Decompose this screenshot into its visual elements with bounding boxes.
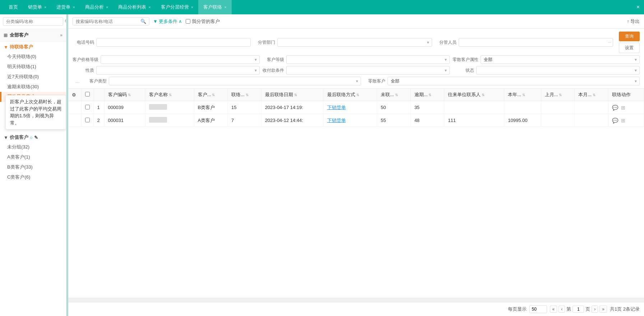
gender-select-wrap: ▼	[96, 66, 260, 75]
person-select-wrap: ···	[459, 38, 613, 47]
more-icon[interactable]: ...	[73, 79, 82, 84]
nav-product-analysis[interactable]: 商品分析 ×	[80, 0, 113, 14]
nav-sales-order[interactable]: 销货单 ×	[23, 0, 51, 14]
row2-select-checkbox[interactable]	[85, 118, 90, 122]
nav-sales-order-close[interactable]: ×	[44, 5, 46, 9]
row1-name[interactable]	[145, 101, 194, 114]
row2-grid-icon[interactable]: ⊞	[621, 118, 625, 123]
horizontal-scrollbar[interactable]	[68, 298, 644, 302]
my-customers-checkbox[interactable]	[186, 19, 190, 24]
sidebar-item-overdue-pending[interactable]: 逾期未联络(30)	[0, 82, 66, 92]
nav-purchase-order[interactable]: 进货单 ×	[51, 0, 80, 14]
sidebar-item-class-c[interactable]: C类客户(6)	[0, 172, 66, 182]
value-group-edit-icon[interactable]: ✎	[34, 135, 38, 140]
col-this-month[interactable]: 本月...⇅	[575, 89, 608, 101]
search-input[interactable]	[76, 19, 140, 24]
col-name[interactable]: 客户名称⇅	[145, 89, 194, 101]
sidebar-item-ungrouped[interactable]: 未分组(32)	[0, 142, 66, 152]
nav-product-analysis-list-close[interactable]: ×	[148, 5, 150, 9]
row2-chat-icon[interactable]: 💬	[612, 118, 618, 123]
my-customers-checkbox-area[interactable]: 我分管的客户	[186, 18, 220, 25]
sidebar-search-input[interactable]	[3, 17, 63, 26]
col-uncontacted-sort-icon[interactable]: ⇅	[395, 93, 398, 97]
pending-group-label: ▼ 待联络客户	[0, 42, 66, 52]
nav-customer-segmentation-close[interactable]: ×	[191, 5, 193, 9]
col-contact-count[interactable]: 联络...⇅	[228, 89, 261, 101]
col-date-sort-icon[interactable]: ⇅	[294, 93, 297, 97]
col-year-sort-icon[interactable]: ⇅	[522, 93, 525, 97]
action-buttons: 查询 设置	[619, 32, 640, 53]
first-page-button[interactable]: «	[550, 306, 557, 313]
col-unit-contacts[interactable]: 往来单位联系人⇅	[444, 89, 504, 101]
page-number-input[interactable]	[573, 306, 584, 313]
col-code-sort-icon[interactable]: ⇅	[128, 93, 131, 97]
nav-customer-contact[interactable]: 客户联络 ×	[198, 0, 231, 14]
col-method-sort-icon[interactable]: ⇅	[356, 93, 359, 97]
nav-customer-segmentation[interactable]: 客户分层经营 ×	[156, 0, 198, 14]
col-overdue-sort-icon[interactable]: ⇅	[428, 93, 431, 97]
sidebar-expand-btn[interactable]: »	[60, 33, 62, 38]
select-all-checkbox[interactable]	[85, 92, 90, 96]
payment-select[interactable]	[286, 66, 450, 75]
prev-page-button[interactable]: ‹	[559, 306, 565, 313]
customer-level-select-wrap: ▼	[286, 55, 450, 64]
customer-level-select[interactable]	[286, 55, 450, 64]
col-lmonth-sort-icon[interactable]: ⇅	[559, 93, 562, 97]
col-customer-type[interactable]: 客户...⇅	[194, 89, 228, 101]
nav-purchase-order-close[interactable]: ×	[73, 5, 75, 9]
customer-type-select[interactable]	[109, 77, 361, 85]
export-button[interactable]: ↑ 导出	[627, 18, 640, 25]
col-last-date[interactable]: 最后联络日期⇅	[261, 89, 323, 101]
col-this-year[interactable]: 本年...⇅	[504, 89, 541, 101]
sidebar-item-7days-pending[interactable]: 近7天待联络(0)	[0, 72, 66, 82]
col-contact-sort-icon[interactable]: ⇅	[246, 93, 249, 97]
nav-home[interactable]: 首页	[4, 0, 23, 14]
person-more-icon[interactable]: ···	[608, 41, 611, 44]
last-page-button[interactable]: »	[599, 306, 607, 313]
phone-input[interactable]	[96, 38, 251, 47]
retail-customer-select[interactable]: 全部	[388, 77, 640, 85]
status-select[interactable]	[476, 66, 640, 75]
nav-product-analysis-close[interactable]: ×	[106, 5, 108, 9]
price-level-select[interactable]	[101, 55, 260, 64]
sidebar-item-tomorrow-pending[interactable]: 明天待联络(1)	[0, 62, 66, 72]
gender-select[interactable]	[96, 66, 260, 75]
person-input[interactable]	[459, 38, 613, 47]
all-customers-collapse-icon[interactable]: ⊞	[4, 33, 8, 38]
col-settings[interactable]: ⚙	[68, 89, 81, 101]
col-name-sort-icon[interactable]: ⇅	[169, 93, 172, 97]
sidebar-search-button[interactable]: 🔍	[63, 19, 66, 24]
nav-customer-contact-close[interactable]: ×	[224, 5, 226, 9]
more-conditions-btn[interactable]: ▼ 更多条件 ∧	[153, 18, 182, 25]
per-page-select[interactable]: 10 20 50 100	[529, 305, 547, 313]
nav-product-analysis-list[interactable]: 商品分析列表 ×	[113, 0, 156, 14]
col-last-method[interactable]: 最后联络方式⇅	[323, 89, 377, 101]
row1-grid-icon[interactable]: ⊞	[621, 105, 625, 110]
close-all-tabs-button[interactable]: ×	[636, 4, 640, 10]
sidebar-item-today-pending[interactable]: 今天待联络(0)	[0, 52, 66, 62]
row1-select-checkbox[interactable]	[85, 105, 90, 109]
sidebar-item-class-b[interactable]: B类客户(33)	[0, 162, 66, 172]
row2-last-method[interactable]: 下销货单	[323, 114, 377, 127]
row2-name[interactable]	[145, 114, 194, 127]
next-page-button[interactable]: ›	[592, 306, 598, 313]
sidebar-item-class-a[interactable]: A类客户(1)	[0, 152, 66, 162]
col-last-month[interactable]: 上月...⇅	[541, 89, 575, 101]
row2-method-link[interactable]: 下销货单	[327, 118, 346, 123]
col-tmonth-sort-icon[interactable]: ⇅	[593, 93, 596, 97]
price-level-field: 客户价格等级 ▼	[73, 55, 260, 64]
retail-attr-select[interactable]: 全部	[481, 55, 640, 64]
col-type-sort-icon[interactable]: ⇅	[212, 93, 215, 97]
row1-chat-icon[interactable]: 💬	[612, 105, 618, 110]
col-unit-sort-icon[interactable]: ⇅	[482, 93, 485, 97]
value-group-settings-icon[interactable]: ○	[30, 135, 33, 140]
row1-last-method[interactable]: 下销货单	[323, 101, 377, 114]
col-overdue[interactable]: 逾期...⇅	[411, 89, 444, 101]
col-uncontacted[interactable]: 未联...⇅	[377, 89, 411, 101]
query-button[interactable]: 查询	[619, 32, 640, 41]
settings-button[interactable]: 设置	[619, 43, 640, 53]
col-code[interactable]: 客户编码⇅	[104, 89, 145, 101]
row1-method-link[interactable]: 下销货单	[327, 105, 346, 110]
dept-select[interactable]	[277, 38, 432, 47]
all-customers-header[interactable]: ⊞ 全部客户 »	[0, 29, 66, 42]
